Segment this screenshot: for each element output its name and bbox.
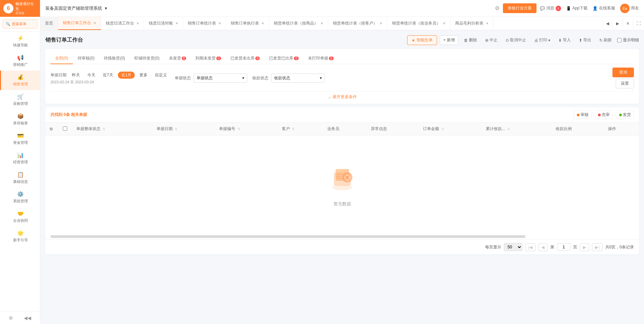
sidebar-item-stock[interactable]: 📦 库存核算 <box>0 110 40 129</box>
tab-sales-stats-close[interactable]: ✕ <box>218 22 221 25</box>
filter-row: 单据日期 昨天 今天 近7天 近1月 更多 自定义 2023-02-24 至 2… <box>50 68 634 88</box>
payment-select[interactable]: 收款状态 ▾ <box>271 74 325 83</box>
tab-gross-profit-close[interactable]: ✕ <box>486 22 488 25</box>
expand-filter-button[interactable]: ⌄ 展开更多条件 <box>328 94 357 100</box>
sidebar-item-newbie[interactable]: 🌟 新手引导 <box>0 227 40 246</box>
stock-icon: 📦 <box>17 113 24 119</box>
tab-daily-clear-close[interactable]: ✕ <box>136 22 139 25</box>
query-button[interactable]: 查询 <box>612 68 634 77</box>
page-number-input[interactable] <box>557 243 570 251</box>
filter-tab-all[interactable]: 全部(0) <box>50 53 73 64</box>
date-more[interactable]: 更多 <box>137 72 150 79</box>
sidebar-item-sales[interactable]: 💰 销售管理 <box>0 71 40 90</box>
col-checkbox[interactable] <box>59 123 72 135</box>
review-action-button[interactable]: 审核 <box>574 111 592 119</box>
col-amount[interactable]: 订单金额 ⇅ <box>419 123 482 135</box>
cancel-stop-button[interactable]: ⊙ 取消中止 <box>503 36 529 45</box>
refresh-button[interactable]: ↻ 刷新 <box>597 36 614 45</box>
user-profile[interactable]: Ea 用友 <box>620 4 639 13</box>
import-button[interactable]: ⬇ 导入 <box>556 36 573 45</box>
stop-button[interactable]: ⊗ 中止 <box>482 36 500 45</box>
sidebar-collapse-btn[interactable]: ◀◀ <box>24 315 31 321</box>
show-detail-checkbox-label[interactable]: 显示明细 <box>617 37 639 43</box>
sidebar-item-finance[interactable]: 💳 资金管理 <box>0 129 40 149</box>
tab-close-all[interactable]: ✕ <box>622 18 633 29</box>
sidebar-item-quick-nav[interactable]: ⚡ 快捷导航 <box>0 32 40 51</box>
ship-action-button[interactable]: 发货 <box>616 111 634 119</box>
filter-tab-pending-inspect[interactable]: 待拣验货(0) <box>99 53 130 64</box>
col-number[interactable]: 单据编号 ⇅ <box>215 123 278 135</box>
message-center[interactable]: 💬 消息 6 <box>540 5 561 11</box>
page-next-button[interactable]: ▶ <box>580 243 589 251</box>
filter-settings-button[interactable]: 设置 <box>616 79 634 88</box>
filter-tab-wangpu-ship[interactable]: 旺铺待发货(0) <box>130 53 164 64</box>
export-button[interactable]: ⬆ 导出 <box>576 36 594 45</box>
sidebar: 6 畅捷通好生意 标准版 🔍 搜索菜单 ⚡ 快捷导航 📢 营销推广 💰 销售管理… <box>0 0 40 324</box>
filter-tab-shipped-out[interactable]: 已发货已出库0 <box>264 53 303 64</box>
tab-maximize[interactable]: ⛶ <box>633 18 644 29</box>
date-custom[interactable]: 自定义 <box>152 72 170 79</box>
tab-daily-reconcile[interactable]: 钱货日清对账 ✕ <box>144 17 183 30</box>
tab-scroll-right[interactable]: ▶ <box>612 18 622 29</box>
tab-daily-reconcile-close[interactable]: ✕ <box>175 22 178 25</box>
horizontal-scrollbar[interactable] <box>50 235 525 238</box>
status-select[interactable]: 单据状态 ▾ <box>194 74 247 83</box>
select-all-checkbox[interactable] <box>63 126 67 131</box>
date-1month[interactable]: 近1月 <box>118 72 135 79</box>
sidebar-item-enterprise[interactable]: 🤝 企业协同 <box>0 207 40 227</box>
filter-tab-pending-review[interactable]: 待审核(0) <box>73 53 99 64</box>
sidebar-item-operation[interactable]: 📊 经营管理 <box>0 149 40 168</box>
filter-tab-shipped-not-out[interactable]: 已发货未出库0 <box>226 53 265 64</box>
tab-home[interactable]: 首页 <box>40 17 58 30</box>
date-7days[interactable]: 近7天 <box>100 72 116 79</box>
tab-sales-goods[interactable]: 销货单统计表（按商品） ✕ <box>269 17 328 30</box>
col-date[interactable]: 单据日期 ⇅ <box>153 123 215 135</box>
col-settings[interactable]: ⚙ <box>45 123 59 135</box>
payment-select-arrow: ▾ <box>320 76 322 80</box>
tab-sales-customer-close[interactable]: ✕ <box>380 22 382 25</box>
tab-sales-goods-close[interactable]: ✕ <box>320 22 323 25</box>
tab-gross-profit[interactable]: 商品毛利分析表 ✕ <box>450 17 493 30</box>
tab-scroll-left[interactable]: ◀ <box>602 18 612 29</box>
topbar-settings-icon[interactable]: ⚙ <box>495 5 500 11</box>
date-yesterday[interactable]: 昨天 <box>69 72 83 79</box>
industry-solution-button[interactable]: 体验行业方案 <box>503 3 536 13</box>
page-content: 销售订单工作台 ★ 智能生单 + 新增 🗑 删除 ⊗ 中止 <box>40 30 644 259</box>
sidebar-item-system[interactable]: ⚙️ 系统管理 <box>0 188 40 207</box>
sidebar-item-base[interactable]: 📋 基础信息 <box>0 168 40 188</box>
date-today[interactable]: 今天 <box>85 72 98 79</box>
tab-sales-stats[interactable]: 销售订单统计表 ✕ <box>183 17 226 30</box>
tab-sales-customer[interactable]: 销货单统计表（按客户） ✕ <box>328 17 387 30</box>
page-prev-button[interactable]: ◀ <box>538 243 548 251</box>
tab-sales-exec[interactable]: 销售订单执行表 ✕ <box>226 17 269 30</box>
app-download-link[interactable]: 📱 App下载 <box>566 5 588 11</box>
page-first-button[interactable]: |◀ <box>525 243 535 251</box>
sidebar-item-purchase[interactable]: 🛒 采购管理 <box>0 90 40 110</box>
sidebar-settings-btn[interactable]: ⚙ <box>9 315 13 321</box>
col-received[interactable]: 累计收款... ⇅ <box>482 123 552 135</box>
tab-sales-salesman-close[interactable]: ✕ <box>443 22 445 25</box>
filter-tab-overdue-ship[interactable]: 到期未发货0 <box>191 53 226 64</box>
col-customer[interactable]: 客户 ⇅ <box>278 123 323 135</box>
col-status[interactable]: 单据整体状态 ⇅ <box>72 123 153 135</box>
search-menu-button[interactable]: 🔍 搜索菜单 <box>3 19 37 29</box>
filter-tab-unprinted[interactable]: 未打印单据0 <box>303 53 338 64</box>
tab-sales-exec-close[interactable]: ✕ <box>261 22 264 25</box>
tab-daily-clear[interactable]: 钱货日清工作台 ✕ <box>101 17 144 30</box>
smart-generate-button[interactable]: ★ 智能生单 <box>407 35 437 45</box>
delete-button[interactable]: 🗑 删除 <box>461 36 480 45</box>
page-last-button[interactable]: ▶| <box>592 243 602 251</box>
new-button[interactable]: + 新增 <box>440 35 459 45</box>
tab-nav-buttons: ◀ ▶ ✕ ⛶ <box>602 18 644 29</box>
sidebar-item-marketing[interactable]: 📢 营销推广 <box>0 51 40 71</box>
system-dropdown[interactable]: ▾ <box>105 6 107 11</box>
online-service-link[interactable]: 👤 在线客服 <box>593 5 615 11</box>
tab-sales-salesman[interactable]: 销货单统计表（按业务员） ✕ <box>387 17 450 30</box>
show-detail-checkbox[interactable] <box>617 38 621 42</box>
filter-tab-unshipped[interactable]: 未发货0 <box>164 53 191 64</box>
page-size-select[interactable]: 50 20 100 <box>504 243 522 251</box>
tab-sales-order[interactable]: 销售订单工作台 ✕ <box>58 17 101 30</box>
tab-sales-order-close[interactable]: ✕ <box>93 21 96 25</box>
print-button[interactable]: 🖨 打印 ▾ <box>531 36 553 45</box>
cancel-review-action-button[interactable]: 充审 <box>595 111 613 119</box>
